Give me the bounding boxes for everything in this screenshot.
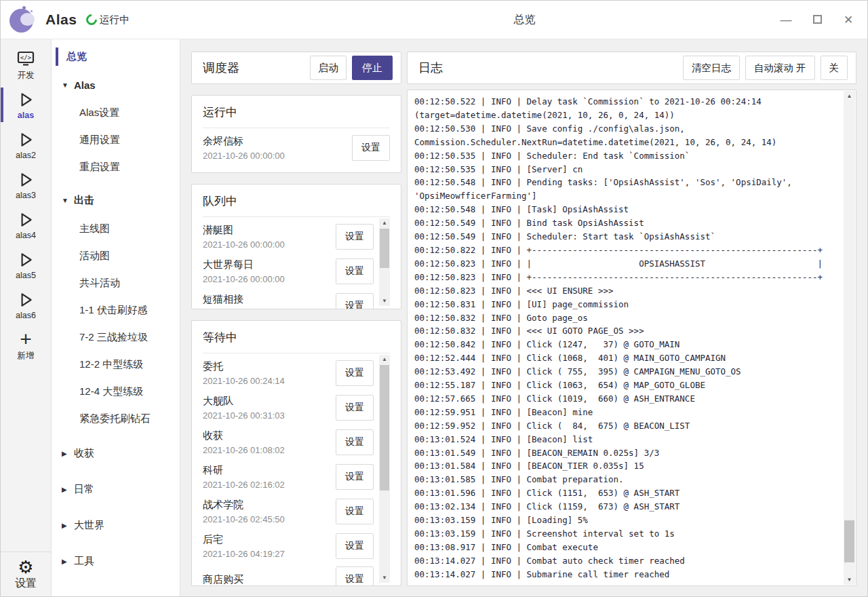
scroll-up-icon[interactable]: ▲	[379, 218, 390, 228]
rail-item-settings[interactable]: ⚙ 设置	[1, 552, 51, 596]
queue-list: 潜艇图 2021-10-26 00:00:00 设置 大世界每日 2021-10…	[192, 217, 401, 309]
rail-item-label: 新增	[18, 350, 35, 362]
task-setting-button[interactable]: 设置	[336, 360, 374, 386]
nav-group-label: Alas	[74, 79, 96, 91]
maximize-icon[interactable]	[810, 14, 824, 27]
nav-item-general-settings[interactable]: 通用设置	[52, 126, 180, 153]
play-icon	[17, 90, 35, 110]
play-icon	[17, 130, 35, 150]
caret-right-icon: ▶	[62, 486, 74, 493]
scroll-up-icon[interactable]: ▲	[379, 355, 390, 364]
scheduler-stop-button[interactable]: 停止	[352, 56, 393, 80]
task-setting-button[interactable]: 设置	[336, 499, 374, 524]
nav-group-label: 工具	[74, 555, 94, 568]
nav-group-label: 出击	[74, 194, 94, 207]
rail-item-add-instance[interactable]: + 新增	[1, 325, 51, 365]
task-name: 潜艇图	[203, 223, 336, 237]
scroll-down-icon[interactable]: ▼	[844, 575, 855, 585]
task-setting-button[interactable]: 设置	[336, 258, 374, 284]
rail-item-label: alas6	[16, 311, 36, 320]
rail-item-alas5[interactable]: alas5	[1, 245, 51, 285]
nav-item-raid[interactable]: 共斗活动	[52, 269, 180, 296]
rail-item-label: alas3	[16, 191, 36, 200]
rail-item-label: alas	[18, 111, 34, 120]
nav-item-main-chapter[interactable]: 主线图	[52, 215, 180, 242]
autoscroll-on-button[interactable]: 自动滚动 开	[745, 56, 815, 80]
scroll-down-icon[interactable]: ▼	[379, 573, 390, 583]
minimize-icon[interactable]: —	[779, 14, 793, 27]
nav-group-tools[interactable]: ▶ 工具	[52, 547, 180, 576]
nav-group-daily[interactable]: ▶ 日常	[52, 475, 180, 504]
scrollbar-thumb[interactable]	[844, 520, 854, 562]
rail-item-alas2[interactable]: alas2	[1, 125, 51, 165]
alas-logo-icon	[9, 6, 36, 33]
log-panel-header: 日志 清空日志 自动滚动 开 关	[407, 52, 856, 84]
task-time: 2021-10-26 02:45:50	[203, 513, 336, 526]
task-name: 战术学院	[203, 497, 336, 512]
nav-item-7-2[interactable]: 7-2 三战捡垃圾	[52, 324, 180, 351]
scrollbar-thumb[interactable]	[380, 365, 389, 490]
queue-scrollbar[interactable]: ▲ ▼	[379, 218, 390, 306]
waiting-scrollbar[interactable]: ▲ ▼	[379, 355, 390, 583]
play-icon	[17, 250, 35, 270]
nav-item-12-4[interactable]: 12-4 大型练级	[52, 378, 180, 405]
rail-item-alas4[interactable]: alas4	[1, 205, 51, 245]
clear-log-button[interactable]: 清空日志	[683, 56, 740, 80]
log-text[interactable]: 00:12:50.522 | INFO | Delay task `Commis…	[408, 90, 856, 585]
nav-item-12-2[interactable]: 12-2 中型练级	[52, 351, 180, 378]
task-setting-button[interactable]: 设置	[336, 464, 374, 490]
caret-right-icon: ▶	[62, 522, 74, 529]
autoscroll-off-button[interactable]: 关	[821, 56, 848, 80]
nav-group-sortie[interactable]: ▼ 出击	[52, 186, 180, 215]
task-row: 余烬信标 2021-10-26 00:00:00 设置	[203, 134, 390, 162]
caret-right-icon: ▶	[62, 558, 74, 565]
nav-item-event[interactable]: 活动图	[52, 242, 180, 269]
task-row: 大世界每日 2021-10-26 00:00:00 设置	[203, 257, 390, 286]
running-list: 余烬信标 2021-10-26 00:00:00 设置	[192, 128, 401, 172]
task-setting-button[interactable]: 设置	[336, 395, 374, 421]
rail-item-alas6[interactable]: alas6	[1, 285, 51, 325]
task-setting-button[interactable]: 设置	[336, 429, 374, 455]
rail-item-alas3[interactable]: alas3	[1, 165, 51, 205]
nav-group-label: 日常	[74, 483, 94, 496]
task-name: 短猫相接	[203, 292, 336, 306]
nav-item-alas-settings[interactable]: Alas设置	[52, 99, 180, 126]
rail-item-label: alas5	[16, 271, 36, 280]
scrollbar-thumb[interactable]	[380, 229, 389, 268]
nav-item-urgent-commission[interactable]: 紧急委托刷钻石	[52, 405, 180, 432]
scheduler-status-text: 运行中	[99, 14, 130, 26]
rail-item-label: alas2	[16, 151, 36, 160]
rail-item-label: 设置	[15, 577, 37, 591]
nav-item-1-1[interactable]: 1-1 伏击刷好感	[52, 296, 180, 324]
rail-item-alas[interactable]: alas	[1, 85, 51, 125]
nav-group-label: 收获	[74, 447, 94, 460]
task-name: 大舰队	[203, 393, 336, 408]
task-setting-button[interactable]: 设置	[336, 293, 374, 309]
task-setting-button[interactable]: 设置	[336, 533, 374, 559]
svg-text:</>: </>	[20, 54, 32, 61]
scroll-up-icon[interactable]: ▲	[844, 91, 855, 101]
nav-item-overview[interactable]: 总览	[56, 47, 180, 66]
nav-item-restart-settings[interactable]: 重启设置	[52, 153, 180, 180]
task-name: 委托	[203, 359, 336, 373]
scroll-down-icon[interactable]: ▼	[379, 296, 390, 306]
task-name: 余烬信标	[203, 134, 352, 148]
log-scrollbar[interactable]: ▲ ▼	[844, 91, 855, 585]
task-row: 后宅 2021-10-26 04:19:27 设置	[203, 532, 390, 560]
nav-group-reward[interactable]: ▶ 收获	[52, 439, 180, 468]
task-row: 收获 2021-10-26 01:08:02 设置	[203, 428, 390, 457]
nav-group-label: 大世界	[74, 519, 104, 532]
scheduler-start-button[interactable]: 启动	[310, 56, 347, 80]
task-setting-button[interactable]: 设置	[336, 566, 374, 585]
task-time: 2021-10-26 00:00:00	[203, 273, 336, 286]
nav-group-opsi[interactable]: ▶ 大世界	[52, 511, 180, 540]
nav-group-alas[interactable]: ▼ Alas	[52, 71, 180, 99]
close-icon[interactable]: ✕	[842, 13, 855, 27]
task-setting-button[interactable]: 设置	[352, 135, 390, 161]
app-title: Alas	[45, 12, 77, 28]
rail-item-dev[interactable]: </> 开发	[1, 45, 51, 85]
task-name: 大世界每日	[203, 257, 336, 271]
task-row: 商店购买 设置	[203, 566, 390, 585]
task-setting-button[interactable]: 设置	[336, 224, 374, 250]
task-time: 2021-10-26 00:00:00	[203, 238, 336, 251]
